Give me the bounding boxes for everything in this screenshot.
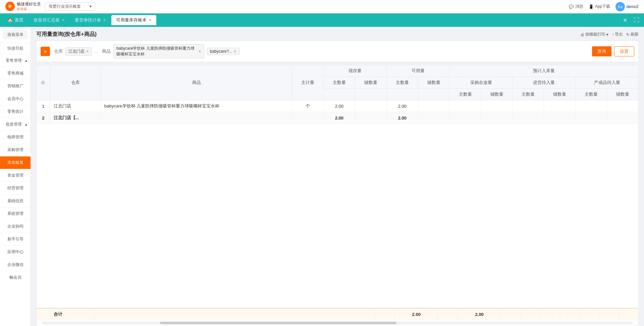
content-area: 可用量查询(按仓库+商品) 🖨 按模板打印 ▾ ↑ 导出 ↻ 刷新 xyxy=(31,27,644,326)
horizontal-scrollbar[interactable] xyxy=(42,322,633,324)
cell-prod-pending-aux xyxy=(607,100,638,112)
export-btn[interactable]: ↑ 导出 xyxy=(612,32,623,37)
warehouse-tag-close[interactable]: ✕ xyxy=(86,49,89,54)
settings-icon: ⚙ xyxy=(40,80,46,86)
industry-selector[interactable]: 母婴行业演示账套 ▾ xyxy=(45,2,95,11)
sidebar-item-label: 采购管理 xyxy=(3,147,28,153)
cell-prod-pending-aux xyxy=(607,112,638,124)
cell-pur-transit-aux xyxy=(481,112,513,124)
th-warehouse: 仓库 xyxy=(50,65,101,100)
cell-pur-transit-main xyxy=(449,112,481,124)
th-pur-aux: 辅数量 xyxy=(481,89,513,100)
tab-receive-close[interactable]: ✕ xyxy=(62,18,65,22)
footer-stock-aux xyxy=(438,308,458,320)
sidebar-item-member[interactable]: 会员中心 xyxy=(0,93,31,105)
warehouse-tag[interactable]: 江北门店 ✕ xyxy=(65,47,92,56)
sidebar-item-retail-mgmt[interactable]: 零售管理 ▲ xyxy=(0,54,31,67)
cell-stock-aux xyxy=(355,100,386,112)
sidebar-item-enterprise-wechat[interactable]: 企业微信 xyxy=(0,259,31,271)
warehouse-label: 仓库 xyxy=(54,48,63,54)
sidebar-item-retail-mall[interactable]: 零售商城 xyxy=(0,67,31,80)
footer-inc-aux xyxy=(580,308,599,320)
print-icon: 🖨 xyxy=(580,32,584,37)
product-tag1[interactable]: babycare学饮杯 儿童防摔防撞吸管杯重力球吸嘴杯宝宝水杯 ✕ xyxy=(113,44,204,58)
tab-stock[interactable]: 可用量库存账本 ✕ xyxy=(111,15,156,25)
page-header: 可用量查询(按仓库+商品) 🖨 按模板打印 ▾ ↑ 导出 ↻ 刷新 xyxy=(31,27,644,41)
refresh-btn[interactable]: ↻ 刷新 xyxy=(626,32,639,37)
sidebar-item-stock-check[interactable]: 库存核算 xyxy=(0,156,31,169)
tab-home[interactable]: 🏠 首页 xyxy=(3,15,28,25)
warehouse-tag-text: 江北门店 xyxy=(68,49,85,54)
table-row: 2 江北门店【... 2.00 2.00 xyxy=(37,112,638,124)
product-tag2-text: babycare?... xyxy=(210,49,232,54)
query-button[interactable]: 查询 xyxy=(592,46,611,56)
user-area[interactable]: Ea demo2 xyxy=(615,2,639,11)
sidebar-item-member-btn[interactable]: 畅会员 xyxy=(0,271,31,284)
cell-warehouse: 江北门店【... xyxy=(50,112,101,124)
sidebar-item-label: 企业微信 xyxy=(3,262,28,268)
quick-nav-label: 快捷导航 xyxy=(7,46,23,51)
sidebar-item-label: 企业协同 xyxy=(3,224,28,229)
cell-stock-main: 2.00 xyxy=(323,112,355,124)
main-layout: 搜索菜单 快捷导航 零售管理 ▲ 零售商城 营销推广 会员中心 零售统计 批发管… xyxy=(0,27,644,326)
th-current-stock: 现存量 xyxy=(323,65,386,77)
sidebar-item-new-guide[interactable]: 新手引导 xyxy=(0,233,31,246)
data-table: ⚙ 仓库 商品 主计量 现存量 可用量 预计入库量 主数量 辅数量 主数量 辅数… xyxy=(37,65,638,124)
sidebar-quick-nav[interactable]: 快捷导航 xyxy=(0,43,31,54)
th-settings[interactable]: ⚙ xyxy=(37,65,50,100)
warehouse-more-btn[interactable]: ... xyxy=(95,49,98,54)
footer-pur-main xyxy=(521,308,541,320)
filter-toggle-btn[interactable]: » xyxy=(41,47,50,56)
cell-inc-pending-aux xyxy=(544,112,576,124)
tab-close-all-btn[interactable]: ✕ xyxy=(621,16,629,24)
product-tag1-close[interactable]: ✕ xyxy=(198,49,201,54)
scrollbar-thumb[interactable] xyxy=(160,322,396,324)
tab-stock-close[interactable]: ✕ xyxy=(149,18,152,22)
app-download-btn[interactable]: 📱 App下载 xyxy=(589,4,610,9)
th-incoming-pending: 进货待入量 xyxy=(513,77,576,89)
message-icon: 💬 xyxy=(569,4,574,9)
cell-seq: 1 xyxy=(37,100,50,112)
tab-order[interactable]: 要货单统计表 ✕ xyxy=(70,15,111,25)
th-stock-aux: 辅数量 xyxy=(355,77,386,89)
footer-table: 合计 2.00 2.00 xyxy=(37,308,638,320)
sidebar-item-retail-stats[interactable]: 零售统计 xyxy=(0,105,31,118)
print-label: 按模板打印 xyxy=(585,32,605,37)
sidebar-item-wholesale-mgmt[interactable]: 批发管理 ▲ xyxy=(0,118,31,131)
setting-button[interactable]: 设置 xyxy=(614,46,634,56)
avatar: Ea xyxy=(615,2,625,11)
tab-receive[interactable]: 收发存汇总表 ✕ xyxy=(29,15,69,25)
sidebar-item-marketing[interactable]: 营销推广 xyxy=(0,80,31,93)
th-main-unit: 主计量 xyxy=(292,65,324,100)
sidebar-search-btn[interactable]: 搜索菜单 xyxy=(3,30,28,39)
tab-fullscreen-btn[interactable]: ⛶ xyxy=(632,16,641,24)
th-product-pending: 产成品待入量 xyxy=(576,77,638,89)
sidebar-item-app-center[interactable]: 应用中心 xyxy=(0,246,31,259)
print-btn[interactable]: 🖨 按模板打印 ▾ xyxy=(580,32,608,37)
user-name: demo2 xyxy=(626,4,639,9)
table-area: ⚙ 仓库 商品 主计量 现存量 可用量 预计入库量 主数量 辅数量 主数量 辅数… xyxy=(36,65,639,326)
sidebar-item-label: 畅会员 xyxy=(3,275,28,280)
product-tag2-close[interactable]: ✕ xyxy=(233,49,236,54)
cell-stock-aux xyxy=(355,112,386,124)
sidebar-item-ecommerce-mgmt[interactable]: 电商管理 xyxy=(0,131,31,144)
product-tag2[interactable]: babycare?... ✕ xyxy=(207,48,239,55)
tab-order-close[interactable]: ✕ xyxy=(103,18,106,22)
message-btn[interactable]: 💬 消息 xyxy=(569,4,583,9)
sidebar-item-system-mgmt[interactable]: 系统管理 xyxy=(0,207,31,220)
sidebar-item-finance-mgmt[interactable]: 资金管理 xyxy=(0,169,31,182)
tab-order-label: 要货单统计表 xyxy=(75,17,101,23)
cell-pur-transit-main xyxy=(449,100,481,112)
th-stock-main: 主数量 xyxy=(323,77,355,89)
refresh-icon: ↻ xyxy=(626,32,630,37)
cell-inc-pending-main xyxy=(513,112,544,124)
export-label: 导出 xyxy=(615,32,623,37)
sidebar-item-purchase-mgmt[interactable]: 采购管理 xyxy=(0,144,31,156)
sidebar-item-business-mgmt[interactable]: 经营管理 xyxy=(0,182,31,195)
sidebar-item-label: 零售管理 xyxy=(3,58,24,63)
sidebar-item-basic-info[interactable]: 基础信息 xyxy=(0,195,31,207)
sidebar-item-enterprise-coop[interactable]: 企业协同 xyxy=(0,220,31,233)
expand-icon: ▲ xyxy=(24,123,28,126)
footer-row: 合计 2.00 2.00 xyxy=(37,308,638,320)
cell-product xyxy=(101,112,292,124)
